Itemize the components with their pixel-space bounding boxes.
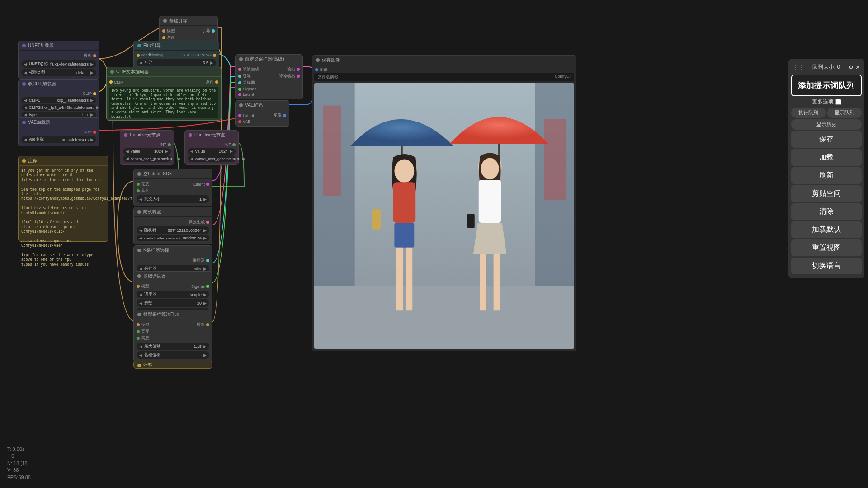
node-note-2[interactable]: 注释: [133, 361, 212, 369]
node-custom-sampler[interactable]: 自定义采样器(高级) 噪波生成输出 引导降噪输出 采样器 Sigmas Late…: [235, 54, 303, 99]
port-model-in[interactable]: [137, 285, 140, 288]
add-queue-button[interactable]: 添加提示词队列: [791, 75, 862, 96]
port-sampler-in[interactable]: [238, 81, 241, 84]
drag-handle-icon[interactable]: ⋮⋮: [793, 64, 804, 70]
port-model-in[interactable]: [162, 29, 165, 33]
port-cond-out[interactable]: [213, 54, 216, 57]
port-width-in[interactable]: [137, 183, 140, 186]
node-primitive-2[interactable]: Primitive元节点 INT ◀value1024▶ ◀control_af…: [184, 130, 239, 165]
load-button[interactable]: 加载: [791, 149, 862, 166]
node-dot-icon: [137, 210, 141, 214]
svg-rect-17: [479, 180, 501, 223]
node-note[interactable]: 注释 If you get an error in any of the nod…: [18, 156, 108, 242]
port-sigmas-in[interactable]: [238, 88, 241, 91]
port-vae-in[interactable]: [238, 120, 241, 123]
node-dot-icon: [124, 133, 127, 137]
port-cond-in[interactable]: [162, 36, 165, 39]
widget-guidance[interactable]: ◀引导3.5▶: [137, 59, 216, 66]
load-default-button[interactable]: 加载默认: [791, 221, 862, 238]
port-image-in[interactable]: [315, 68, 318, 71]
port-clip-in[interactable]: [109, 80, 113, 84]
widget-vae-name[interactable]: ◀vae名称ae.safetensors▶: [21, 136, 96, 143]
port-int-out[interactable]: [168, 143, 171, 146]
more-options-checkbox[interactable]: [835, 99, 841, 105]
node-dual-clip-loader[interactable]: 双CLIP加载器 CLIP ◀CLIP1clip_l.safetensors▶ …: [18, 79, 99, 121]
port-model-out[interactable]: [93, 54, 96, 57]
node-vae-decode[interactable]: VAE解码 Latent图像 VAE: [235, 100, 289, 127]
widget-seed[interactable]: ◀随机种867415220168564▶: [137, 226, 209, 234]
node-dot-icon: [137, 249, 141, 252]
port-noise-out[interactable]: [206, 221, 209, 224]
port-noise-in[interactable]: [238, 68, 241, 71]
port-latent-in[interactable]: [238, 93, 241, 96]
port-latent-in[interactable]: [238, 114, 241, 117]
port-sampler-out[interactable]: [206, 259, 209, 262]
widget-batch[interactable]: ◀批次大小1▶: [137, 195, 209, 203]
node-save-image[interactable]: 保存图像 图像 文件名前缀ComfyUI: [312, 55, 576, 351]
widget-unet-name[interactable]: ◀UNET名称flux1-dev.safetensors▶: [21, 60, 96, 68]
port-sigmas-out[interactable]: [206, 285, 209, 288]
node-vae-loader[interactable]: VAE加载器 VAE ◀vae名称ae.safetensors▶: [18, 117, 99, 146]
svg-rect-10: [393, 182, 415, 223]
filename-prefix-input[interactable]: 文件名前缀ComfyUI: [314, 73, 574, 81]
node-model-sampling-flux[interactable]: 模型采样算法Flux 模型模型 宽度 高度 ◀最大偏移1.15▶ ◀基础偏移▶: [133, 310, 212, 362]
widget-value[interactable]: ◀value1024▶: [188, 148, 236, 155]
widget-control[interactable]: ◀control_after_generaterandomize▶: [137, 235, 209, 241]
widget-clip-type[interactable]: ◀typeflux▶: [21, 112, 96, 118]
port-cond-out[interactable]: [215, 80, 218, 84]
exec-queue-button[interactable]: 执行队列: [791, 108, 826, 118]
close-icon[interactable]: ✕: [855, 64, 860, 70]
reset-view-button[interactable]: 重置视图: [791, 239, 862, 256]
svg-point-9: [394, 159, 414, 183]
port-model-in[interactable]: [137, 323, 140, 326]
node-dot-icon: [22, 159, 26, 163]
node-dot-icon: [137, 274, 141, 278]
svg-rect-18: [480, 254, 486, 311]
port-width-in[interactable]: [137, 330, 140, 333]
widget-steps[interactable]: ◀步数20▶: [137, 299, 209, 307]
port-output[interactable]: [297, 68, 300, 71]
node-primitive-1[interactable]: Primitive元节点 INT ◀value1024▶ ◀control_af…: [120, 130, 174, 165]
port-height-in[interactable]: [137, 337, 140, 340]
svg-rect-11: [394, 223, 414, 248]
show-queue-button[interactable]: 显示队列: [827, 108, 862, 118]
show-history-button[interactable]: 显示历史: [791, 119, 862, 130]
widget-control[interactable]: ◀control_after_generatefixed▶: [123, 155, 171, 162]
widget-clip2[interactable]: ◀CLIP2t5xxl_fp8_e4m3fn.safetensors▶: [21, 104, 96, 111]
node-dot-icon: [22, 44, 26, 47]
port-height-in[interactable]: [137, 189, 140, 192]
widget-max-shift[interactable]: ◀最大偏移1.15▶: [137, 343, 209, 350]
port-guider-out[interactable]: [212, 29, 215, 33]
widget-scheduler[interactable]: ◀调度器simple▶: [137, 291, 209, 298]
port-denoised[interactable]: [297, 75, 300, 78]
node-empty-latent[interactable]: 空Latent_SD3 宽度Latent 高度 ◀批次大小1▶: [133, 169, 212, 206]
node-random-noise[interactable]: 随机噪波 噪波生成 ◀随机种867415220168564▶ ◀control_…: [133, 207, 212, 244]
port-model-out[interactable]: [206, 323, 209, 326]
clear-button[interactable]: 清除: [791, 203, 862, 220]
port-latent-out[interactable]: [206, 183, 209, 186]
widget-value[interactable]: ◀value1024▶: [123, 148, 171, 155]
node-clip-text-encode[interactable]: CLIP文本编码器 CLIP条件 Two young and beautiful…: [106, 67, 222, 121]
port-image-out[interactable]: [283, 114, 286, 117]
save-button[interactable]: 保存: [791, 131, 862, 148]
port-vae-out[interactable]: [93, 131, 96, 134]
widget-weight-type[interactable]: ◀权重类型default▶: [21, 69, 96, 76]
refresh-button[interactable]: 刷新: [791, 167, 862, 184]
port-cond-in[interactable]: [137, 54, 140, 57]
node-dot-icon: [239, 103, 243, 107]
node-dot-icon: [316, 58, 320, 62]
gear-icon[interactable]: ⚙: [849, 64, 854, 70]
widget-control[interactable]: ◀control_after_generatefixed▶: [188, 155, 236, 162]
port-int-out[interactable]: [232, 143, 236, 146]
node-basic-guidance[interactable]: 基础引导 模型引导 条件: [159, 16, 218, 43]
widget-base-shift[interactable]: ◀基础偏移▶: [137, 351, 209, 359]
sidebar-panel[interactable]: ⋮⋮ 队列大小: 0 ⚙ ✕ 添加提示词队列 更多选项 执行队列 显示队列 显示…: [788, 59, 864, 278]
port-clip-out[interactable]: [93, 92, 96, 95]
node-flux-guidance[interactable]: Flux引导 conditioningCONDITIONING ◀引导3.5▶: [133, 41, 219, 70]
widget-clip1[interactable]: ◀CLIP1clip_l.safetensors▶: [21, 97, 96, 103]
prompt-textarea[interactable]: Two young and beautiful women are walkin…: [109, 87, 218, 118]
port-guider-in[interactable]: [238, 75, 241, 78]
node-unet-loader[interactable]: UNET加载器 模型 ◀UNET名称flux1-dev.safetensors▶…: [18, 41, 99, 80]
toggle-language-button[interactable]: 切换语言: [791, 258, 862, 274]
clipspace-button[interactable]: 剪贴空间: [791, 185, 862, 202]
